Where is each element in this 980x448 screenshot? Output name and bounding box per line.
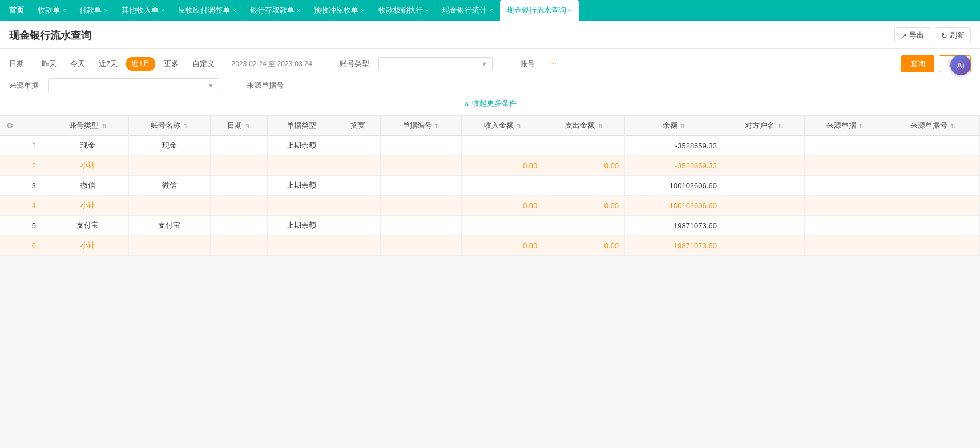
table-cell xyxy=(336,216,381,236)
table-cell xyxy=(886,136,979,156)
nav-close-stats[interactable]: × xyxy=(489,7,493,14)
table-cell: 上期余额 xyxy=(267,176,336,196)
nav-item-flow-query[interactable]: 现金银行流水查询× xyxy=(500,0,579,21)
table-cell: 微信 xyxy=(128,176,210,196)
date-option-昨天[interactable]: 昨天 xyxy=(37,57,62,71)
date-option-更多[interactable]: 更多 xyxy=(159,57,184,71)
nav-close-receipt[interactable]: × xyxy=(62,7,66,14)
sort-icon-account-type: ⇅ xyxy=(102,123,107,129)
source-doc-label: 来源单据 xyxy=(9,80,39,91)
nav-item-other-income[interactable]: 其他收入单× xyxy=(115,0,171,21)
sort-icon-source-doc-no: ⇅ xyxy=(951,123,955,129)
table-cell xyxy=(210,176,267,196)
table-cell xyxy=(128,156,210,176)
table-cell xyxy=(380,196,462,216)
balance-col-header[interactable]: 余额 ⇅ xyxy=(625,116,723,136)
table-cell xyxy=(267,156,336,176)
date-option-今天[interactable]: 今天 xyxy=(65,57,90,71)
table-cell xyxy=(886,176,979,196)
table-cell: 上期余额 xyxy=(267,136,336,156)
nav-item-receipt[interactable]: 收款单× xyxy=(31,0,72,21)
table-settings-icon[interactable]: ⚙ xyxy=(6,121,14,130)
sort-icon-doc-no: ⇅ xyxy=(435,123,439,129)
table-cell xyxy=(804,156,886,176)
seq-col-header xyxy=(21,116,47,136)
account-type-col-header[interactable]: 账号类型 ⇅ xyxy=(47,116,129,136)
nav-close-payment[interactable]: × xyxy=(104,7,107,14)
table-cell xyxy=(0,176,21,196)
query-button[interactable]: 查询 xyxy=(901,55,934,72)
table-cell: 现金 xyxy=(47,136,129,156)
account-name-col-header[interactable]: 账号名称 ⇅ xyxy=(128,116,210,136)
export-button[interactable]: ↗ 导出 xyxy=(894,27,930,43)
source-doc-select[interactable]: ▼ xyxy=(48,78,219,92)
sort-icon-expense: ⇅ xyxy=(598,123,603,129)
nav-close-prepay[interactable]: × xyxy=(361,7,364,14)
expense-col-header[interactable]: 支出金额 ⇅ xyxy=(543,116,625,136)
table-cell xyxy=(0,136,21,156)
table-cell: 上期余额 xyxy=(267,216,336,236)
date-option-自定义[interactable]: 自定义 xyxy=(187,57,220,71)
table-row: 2小计0.000.00-3528659.33 xyxy=(0,156,980,176)
table-cell: 1 xyxy=(21,136,47,156)
ai-badge[interactable]: Ai xyxy=(950,55,971,75)
table-cell xyxy=(336,176,381,196)
nav-item-prepay[interactable]: 预收冲应收单× xyxy=(307,0,371,21)
table-cell xyxy=(462,176,543,196)
table-cell: 小计 xyxy=(47,196,129,216)
table-cell xyxy=(723,136,804,156)
nav-close-other-income[interactable]: × xyxy=(161,7,164,14)
table-cell xyxy=(210,156,267,176)
income-col-header[interactable]: 收入金额 ⇅ xyxy=(462,116,543,136)
table-header-row: ⚙ 账号类型 ⇅ 账号名称 ⇅ 日期 ⇅ 单据类型 摘要 单据编号 ⇅ 收入金额… xyxy=(0,116,980,136)
date-col-header[interactable]: 日期 ⇅ xyxy=(210,116,267,136)
nav-item-adjustment[interactable]: 应收应付调整单× xyxy=(171,0,243,21)
doc-no-col-header[interactable]: 单据编号 ⇅ xyxy=(380,116,462,136)
nav-close-adjustment[interactable]: × xyxy=(232,7,236,14)
table-cell: 100102606.60 xyxy=(625,196,723,216)
nav-item-home[interactable]: 首页 xyxy=(2,0,31,21)
collapse-bar[interactable]: ∧ 收起更多条件 xyxy=(9,98,971,108)
source-doc-no-input[interactable] xyxy=(293,79,464,92)
table-row: 3微信微信上期余额100102606.60 xyxy=(0,176,980,196)
table-body: 1现金现金上期余额-3528659.332小计0.000.00-3528659.… xyxy=(0,136,980,256)
source-doc-col-header[interactable]: 来源单据 ⇅ xyxy=(804,116,886,136)
date-label: 日期 xyxy=(9,59,27,69)
refresh-button[interactable]: ↻ 刷新 xyxy=(935,27,971,43)
table-cell xyxy=(723,216,804,236)
table-cell: 3 xyxy=(21,176,47,196)
date-option-近1月[interactable]: 近1月 xyxy=(126,57,155,71)
filter-area: 日期 昨天今天近7天近1月更多自定义 2023-02-24 至 2023-03-… xyxy=(0,49,980,116)
settings-col-header[interactable]: ⚙ xyxy=(0,116,21,136)
nav-close-verify[interactable]: × xyxy=(425,7,429,14)
table-cell xyxy=(804,136,886,156)
table-cell xyxy=(0,156,21,176)
account-type-value xyxy=(384,60,386,68)
account-ellipsis-button[interactable]: ··· xyxy=(547,59,559,69)
table-cell xyxy=(723,196,804,216)
source-doc-no-col-header[interactable]: 来源单据号 ⇅ xyxy=(886,116,979,136)
table-cell: 0.00 xyxy=(462,196,543,216)
nav-close-bank-deposit[interactable]: × xyxy=(297,7,300,14)
sort-icon-account-name: ⇅ xyxy=(184,123,188,129)
sort-icon-source-doc: ⇅ xyxy=(859,123,864,129)
account-type-select[interactable]: ▼ xyxy=(378,57,493,71)
table-cell xyxy=(267,236,336,256)
table-cell: 微信 xyxy=(47,176,129,196)
nav-item-payment[interactable]: 付款单× xyxy=(72,0,114,21)
nav-item-stats[interactable]: 现金银行统计× xyxy=(435,0,499,21)
table-cell xyxy=(380,176,462,196)
table-cell: 4 xyxy=(21,196,47,216)
table-cell: 2 xyxy=(21,156,47,176)
nav-item-bank-deposit[interactable]: 银行存取款单× xyxy=(243,0,307,21)
filter-row-2: 来源单据 ▼ 来源单据号 xyxy=(9,78,971,92)
nav-close-flow-query[interactable]: × xyxy=(568,7,572,14)
date-range: 2023-02-24 至 2023-03-24 xyxy=(231,59,312,69)
table-cell: 小计 xyxy=(47,236,129,256)
table-cell xyxy=(210,236,267,256)
table-row: 4小计0.000.00100102606.60 xyxy=(0,196,980,216)
table-cell xyxy=(380,136,462,156)
nav-item-verify[interactable]: 收款核销执行× xyxy=(372,0,435,21)
counterparty-col-header[interactable]: 对方户名 ⇅ xyxy=(723,116,804,136)
date-option-近7天[interactable]: 近7天 xyxy=(94,57,123,71)
